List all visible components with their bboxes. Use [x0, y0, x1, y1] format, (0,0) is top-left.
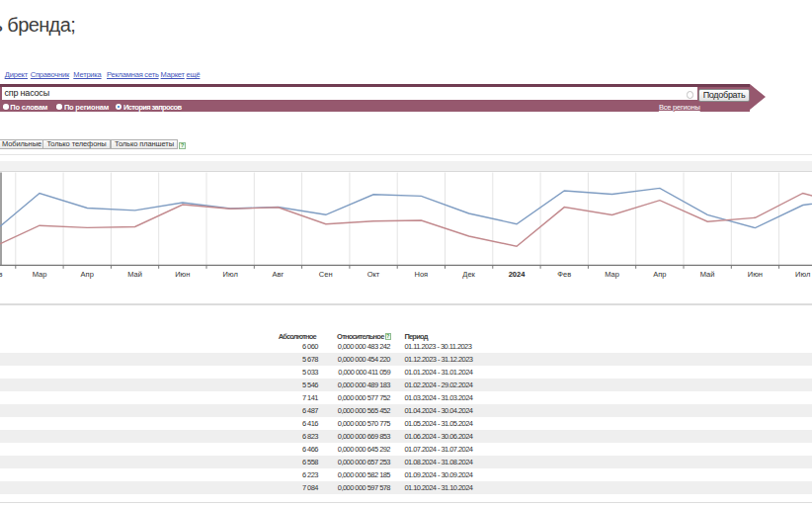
svg-text:Фев: Фев	[557, 270, 571, 279]
svg-text:Авг: Авг	[273, 270, 284, 279]
svg-text:Май: Май	[127, 270, 142, 279]
svg-text:Май: Май	[700, 270, 715, 279]
svg-text:Ноя: Ноя	[414, 270, 428, 279]
svg-text:Июл: Июл	[223, 270, 238, 279]
svg-text:Апр: Апр	[653, 270, 666, 279]
svg-text:Июн: Июн	[748, 270, 763, 279]
svg-text:2024: 2024	[509, 270, 527, 279]
svg-text:Сен: Сен	[319, 270, 333, 279]
svg-text:Окт: Окт	[367, 270, 380, 279]
svg-text:Мар: Мар	[605, 270, 619, 279]
svg-text:Апр: Апр	[81, 270, 94, 279]
svg-text:Дек: Дек	[462, 270, 475, 279]
svg-text:Мар: Мар	[33, 270, 47, 279]
svg-text:Фев: Фев	[0, 270, 2, 279]
svg-text:Июн: Июн	[175, 270, 190, 279]
svg-text:Июл: Июл	[795, 270, 810, 279]
